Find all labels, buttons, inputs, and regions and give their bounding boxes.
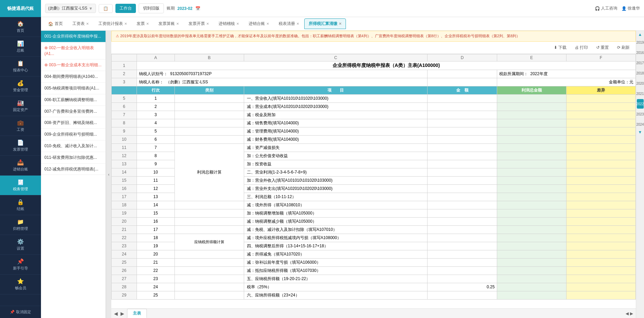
timeline-2021[interactable]: 2021 (637, 89, 644, 98)
sidebar-item-guide[interactable]: 📌 新手引导 (0, 255, 41, 275)
sheet-tab-main[interactable]: 主表 (127, 309, 147, 318)
left-panel-item-008[interactable]: 008-资产折旧、摊销及纳税... (41, 117, 106, 129)
table-row[interactable]: 8 4 减：销售费用(填写A104000) (112, 119, 636, 127)
timeline-2017[interactable]: 2017 (637, 58, 644, 68)
sidebar-item-ledger[interactable]: 📊 总账 (0, 37, 41, 57)
tab-close-tax-clear[interactable]: ✕ (296, 22, 299, 26)
panel-toggle[interactable]: ‹ (106, 31, 111, 318)
table-row[interactable]: 21 17 减：免税、减计收入及加计扣除（填写A107010） (112, 225, 636, 234)
tab-close-income-tax[interactable]: ✕ (339, 22, 341, 26)
user-service-btn[interactable]: 🎧 人工咨询 (595, 5, 617, 11)
tab-close-invoice[interactable]: ✕ (146, 22, 149, 26)
sidebar-item-settings[interactable]: ⚙️ 设置 (0, 235, 41, 255)
tab-invoice[interactable]: 发票 ✕ (132, 18, 153, 29)
sidebar-item-member[interactable]: ⭐ 畅会员 (0, 275, 41, 294)
left-panel-item-001[interactable]: 001-企业所得税年度纳税申报... (41, 31, 106, 42)
download-button[interactable]: ⬇ 下载 (552, 44, 569, 52)
left-panel-item-003[interactable]: ⊗ 003-一般企业成本支出明细... (41, 59, 106, 71)
sheet-nav-prev[interactable]: ◀ (114, 311, 118, 316)
spreadsheet-toolbar: ⬇ 下载 🖨 打印 ↺ 重置 ⟳ 刷新 (111, 42, 636, 54)
sidebar-item-closing[interactable]: 🔒 结账 (0, 195, 41, 215)
tab-close-purchase-check[interactable]: ✕ (236, 22, 239, 26)
left-panel-item-005[interactable]: 005-纳税调整项目明细表(A1... (41, 83, 106, 94)
tab-home[interactable]: 🏠 首页 (44, 18, 67, 29)
table-row[interactable]: 24 20 减：所得减免（填写A107020） (112, 250, 636, 258)
timeline-2020[interactable]: 2020 (637, 79, 644, 88)
tab-close-salary-stat[interactable]: ✕ (124, 22, 127, 26)
table-row[interactable]: 5 1 一、营业收入(填写A101010\101020\103000) (112, 94, 636, 102)
tab-income-tax[interactable]: 所得税汇算清缴 ✕ (304, 18, 346, 29)
tab-close-invoice-open[interactable]: ✕ (206, 22, 209, 26)
tab-salary[interactable]: 工资表 ✕ (68, 18, 93, 29)
table-row[interactable]: 26 22 减：抵扣应纳税所得额（填写A107030） (112, 266, 636, 275)
timeline-2019[interactable]: 2019 (637, 38, 644, 47)
sidebar-item-archive[interactable]: 📁 归档管理 (0, 215, 41, 235)
timeline-2024[interactable]: 2024 (637, 120, 644, 129)
table-row[interactable]: 7 3 减：税金及附加 (112, 111, 636, 119)
sidebar-item-purchase[interactable]: 📥 进销台账 (0, 156, 41, 176)
scroll-right-icon[interactable]: ▶ (630, 311, 633, 316)
timeline-2016[interactable]: 2016 (637, 48, 644, 57)
sheet-nav-next[interactable]: ▶ (121, 311, 124, 316)
sidebar-label-member: 畅会员 (15, 286, 26, 291)
sidebar-item-salary[interactable]: 💼 工资 (0, 116, 41, 136)
sidebar-label-closing: 结账 (17, 206, 24, 211)
tab-invoice-calc[interactable]: 发票算账 ✕ (154, 18, 183, 29)
left-panel-item-010[interactable]: 010-免税、减计收入及加计... (41, 140, 106, 152)
tax-period-label: 税款所属期间： (499, 71, 528, 76)
table-row[interactable]: 10 6 减：财务费用(填写A104000) (112, 135, 636, 143)
left-panel-item-006[interactable]: 006-职工薪酬纳税调整明细... (41, 94, 106, 106)
refresh-button[interactable]: ⟳ 刷新 (615, 44, 632, 52)
workbench-button[interactable]: 工作台 (115, 4, 136, 13)
tab-purchase-check[interactable]: 进销稽核 ✕ (214, 18, 243, 29)
timeline-down[interactable]: ▼ (638, 130, 642, 135)
table-row[interactable]: 19 15 加：纳税调整增加额（填写A105000） (112, 209, 636, 217)
sidebar-item-home[interactable]: 🏠 首页 (0, 17, 41, 37)
sidebar-item-report[interactable]: 📋 报表中心 (0, 57, 41, 77)
left-panel-item-007[interactable]: 007-广告费和业务宣传费跨... (41, 106, 106, 117)
scroll-left-icon[interactable]: ◀ (626, 311, 629, 316)
table-row[interactable]: 9 5 减：管理费用(填写A104000) (112, 127, 636, 135)
timeline-2022[interactable]: 2022 (637, 99, 644, 109)
sidebar-item-invoice[interactable]: 📄 发票管理 (0, 136, 41, 156)
sidebar-footer-toggle[interactable]: 📌 取消固定 (0, 306, 41, 318)
left-panel-item-009[interactable]: 009-企业所得税补亏损明细... (41, 129, 106, 140)
print-button[interactable]: 🖨 打印 (573, 44, 590, 52)
tab-invoice-open[interactable]: 发票开票 ✕ (184, 18, 213, 29)
tab-tax-clear[interactable]: 税表清册 ✕ (274, 18, 304, 29)
company-selector[interactable]: (勿删）江西服宝-LSS ▼ (45, 4, 96, 13)
left-panel-item-002[interactable]: ⊗ 002-一般企业收入明细表(A1... (41, 42, 106, 60)
tab-purchase-ledger[interactable]: 进销台账 ✕ (244, 18, 274, 29)
table-row[interactable]: 11 7 利润总额计算 减：资产减值损失 (112, 143, 636, 152)
sidebar-item-finance[interactable]: 💰 资金管理 (0, 77, 41, 96)
switch-version-button[interactable]: 切到旧版 (139, 3, 164, 13)
table-row[interactable]: 29 25 六、应纳所得税额（23×24） (112, 291, 636, 299)
table-row[interactable]: 28 24 税率（25%） 0.25 (112, 283, 636, 291)
timeline-2018[interactable]: 2018 (637, 68, 644, 78)
tab-close-purchase-ledger[interactable]: ✕ (266, 22, 269, 26)
tab-close-salary[interactable]: ✕ (86, 22, 89, 26)
left-panel-item-004[interactable]: 004-期间费用明细表(A1040... (41, 71, 106, 83)
company-name: (勿删）江西服宝-LSS (48, 5, 87, 11)
user-avatar[interactable]: 👤 徐逢华 (621, 5, 640, 11)
table-row[interactable]: 22 18 应纳税所得额计算 减：境外应税所得税抵减境内亏损（填写A108000… (112, 234, 636, 242)
table-row[interactable]: 27 23 五、应纳税所得额（19-20-21-22） (112, 275, 636, 283)
reset-button[interactable]: ↺ 重置 (594, 44, 611, 52)
table-row[interactable]: 18 14 减：境外所得（填写A108010） (112, 201, 636, 209)
table-row[interactable]: 6 2 减：营业成本(填写A102010\102020\103000) (112, 102, 636, 111)
sidebar-item-asset[interactable]: 🏭 固定资产 (0, 96, 41, 116)
tab-close-invoice-calc[interactable]: ✕ (176, 22, 179, 26)
spreadsheet-header-row: 行次 类别 项 目 金 额 利润总金额 差异 (112, 86, 636, 94)
table-row[interactable]: 25 21 减：弥补以前年度亏损（填写A106000） (112, 258, 636, 266)
table-row[interactable]: 20 16 减：纳税调整减少额（填写A105000） (112, 217, 636, 225)
tab-salary-stat[interactable]: 工资统计报表 ✕ (94, 18, 131, 29)
left-panel-item-011[interactable]: 011-研发费用加计扣除优惠... (41, 152, 106, 164)
timeline-up[interactable]: ▲ (638, 32, 642, 37)
sidebar-label-settings: 设置 (17, 246, 24, 251)
spreadsheet-container[interactable]: A B C D E F 1 企业所 (111, 54, 636, 308)
timeline-2023[interactable]: 2023 (637, 109, 644, 119)
sidebar-item-tax[interactable]: 🧾 税务管理 (0, 176, 41, 195)
copy-button[interactable]: 📋 (99, 4, 113, 13)
left-panel-item-012[interactable]: 012-减免所得税优惠明细表(... (41, 164, 106, 175)
closing-icon: 🔒 (17, 199, 24, 205)
